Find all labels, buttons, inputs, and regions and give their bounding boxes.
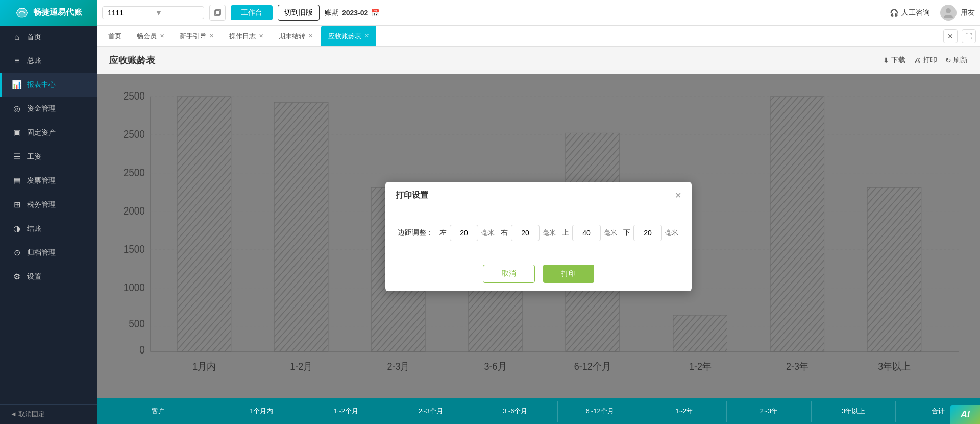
settlement-icon: ◑ <box>12 224 22 233</box>
archive-icon: ⊙ <box>12 248 22 257</box>
table-col-2month: 1~2个月 <box>304 401 389 422</box>
left-margin-input[interactable] <box>450 225 478 241</box>
left-unit: 毫米 <box>481 228 495 238</box>
margin-label: 边距调整： <box>398 228 433 238</box>
top-unit: 毫米 <box>604 228 617 238</box>
tab-guide[interactable]: 新手引导 ✕ <box>173 26 221 46</box>
tax-icon: ⊞ <box>12 200 22 209</box>
sidebar-collapse-button[interactable]: ◄ 取消固定 <box>0 404 97 424</box>
bottom-margin-input[interactable] <box>633 225 662 241</box>
print-button[interactable]: 🖨 打印 <box>914 56 937 65</box>
user-area[interactable]: 用友 <box>940 5 975 21</box>
avatar <box>940 5 957 21</box>
close-icon[interactable]: ✕ <box>364 33 369 39</box>
left-label: 左 <box>439 228 447 238</box>
invoice-icon: ▤ <box>12 176 22 185</box>
consultation-area[interactable]: 🎧 人工咨询 <box>890 8 930 17</box>
calendar-icon[interactable]: 📅 <box>371 9 380 17</box>
table-col-3month: 2~3个月 <box>388 401 473 422</box>
logo-icon <box>15 6 29 20</box>
refresh-button[interactable]: ↻ 刷新 <box>945 56 968 65</box>
tab-actions: ✕ ⛶ <box>943 29 976 43</box>
page-header: 应收账龄表 ⬇ 下载 🖨 打印 ↻ 刷新 <box>97 47 980 74</box>
sidebar-item-invoice[interactable]: ▤ 发票管理 <box>0 169 97 193</box>
ledger-icon: ≡ <box>12 56 22 65</box>
sidebar-item-assets[interactable]: ▣ 固定资产 <box>0 121 97 145</box>
home-icon: ⌂ <box>12 33 22 42</box>
tab-log[interactable]: 操作日志 ✕ <box>222 26 271 46</box>
company-selector[interactable]: 1111 ▼ <box>102 6 204 19</box>
close-icon[interactable]: ✕ <box>209 33 214 39</box>
ai-badge[interactable]: Ai <box>950 405 980 424</box>
top-label: 上 <box>562 228 569 238</box>
sidebar-item-archive[interactable]: ⊙ 归档管理 <box>0 241 97 265</box>
modal-title: 打印设置 <box>396 190 428 201</box>
modal-overlay: 打印设置 ✕ 边距调整： 左 毫米 <box>97 74 980 398</box>
tab-period-end[interactable]: 期末结转 ✕ <box>272 26 320 46</box>
modal-close-button[interactable]: ✕ <box>675 191 681 200</box>
table-col-1month: 1个月内 <box>219 401 304 422</box>
page-actions: ⬇ 下载 🖨 打印 ↻ 刷新 <box>883 56 968 65</box>
modal-header: 打印设置 ✕ <box>385 182 692 209</box>
sidebar: ⌂ 首页 ≡ 总账 📊 报表中心 ◎ 资金管理 ▣ 固定资产 ☰ 工资 ▤ 发票… <box>0 26 97 424</box>
tab-bar: 首页 畅会员 ✕ 新手引导 ✕ 操作日志 ✕ 期末结转 ✕ 应收账龄表 ✕ <box>97 26 980 47</box>
bottom-label: 下 <box>623 228 630 238</box>
modal-footer: 取消 打印 <box>385 256 692 291</box>
top-margin-input[interactable] <box>572 225 601 241</box>
download-button[interactable]: ⬇ 下载 <box>883 56 905 65</box>
table-col-12month: 6~12个月 <box>558 401 643 422</box>
left-margin-group: 左 毫米 <box>439 225 495 241</box>
tab-home[interactable]: 首页 <box>101 26 129 46</box>
table-col-customer: 客户 <box>97 401 219 422</box>
payroll-icon: ☰ <box>12 152 22 161</box>
copy-button[interactable] <box>209 5 226 21</box>
sidebar-item-reports[interactable]: 📊 报表中心 <box>0 73 97 97</box>
assets-icon: ▣ <box>12 128 22 137</box>
table-col-3year: 3年以上 <box>812 401 896 422</box>
sidebar-item-ledger[interactable]: ≡ 总账 <box>0 49 97 73</box>
right-margin-group: 右 毫米 <box>501 225 556 241</box>
content-area: 首页 畅会员 ✕ 新手引导 ✕ 操作日志 ✕ 期末结转 ✕ 应收账龄表 ✕ <box>97 26 980 424</box>
headset-icon: 🎧 <box>890 9 898 17</box>
confirm-print-button[interactable]: 打印 <box>543 265 594 283</box>
main-layout: ⌂ 首页 ≡ 总账 📊 报表中心 ◎ 资金管理 ▣ 固定资产 ☰ 工资 ▤ 发票… <box>0 26 980 424</box>
close-window-button[interactable]: ✕ <box>943 29 958 43</box>
workbench-button[interactable]: 工作台 <box>231 5 273 20</box>
top-header: 畅捷通易代账 1111 ▼ 工作台 切到旧版 账期 2023-02 📅 🎧 人工… <box>0 0 980 26</box>
page-title: 应收账龄表 <box>109 54 883 66</box>
cancel-button[interactable]: 取消 <box>483 265 535 283</box>
sidebar-item-tax[interactable]: ⊞ 税务管理 <box>0 193 97 217</box>
right-unit: 毫米 <box>543 228 556 238</box>
header-right: 🎧 人工咨询 用友 <box>890 5 975 21</box>
print-settings-modal: 打印设置 ✕ 边距调整： 左 毫米 <box>385 182 692 291</box>
svg-point-2 <box>946 8 951 13</box>
maximize-button[interactable]: ⛶ <box>962 29 976 43</box>
sidebar-item-settings[interactable]: ⚙ 设置 <box>0 265 97 289</box>
switch-version-button[interactable]: 切到旧版 <box>278 5 320 21</box>
close-icon[interactable]: ✕ <box>259 33 263 39</box>
tab-member[interactable]: 畅会员 ✕ <box>130 26 172 46</box>
sidebar-item-home[interactable]: ⌂ 首页 <box>0 26 97 49</box>
funds-icon: ◎ <box>12 104 22 113</box>
sidebar-item-funds[interactable]: ◎ 资金管理 <box>0 97 97 121</box>
refresh-icon: ↻ <box>945 56 951 64</box>
right-label: 右 <box>501 228 508 238</box>
close-icon[interactable]: ✕ <box>308 33 313 39</box>
tab-aging[interactable]: 应收账龄表 ✕ <box>321 26 376 46</box>
logo-area: 畅捷通易代账 <box>0 0 97 26</box>
print-icon: 🖨 <box>914 56 921 64</box>
bottom-margin-group: 下 毫米 <box>623 225 678 241</box>
sidebar-item-payroll[interactable]: ☰ 工资 <box>0 145 97 169</box>
copy-icon <box>213 9 222 17</box>
chevron-down-icon: ▼ <box>155 9 199 17</box>
period-area: 账期 2023-02 📅 <box>325 8 380 17</box>
close-icon[interactable]: ✕ <box>160 33 164 39</box>
bottom-table-header: 客户 1个月内 1~2个月 2~3个月 3~6个月 6~12个月 1~2年 2~… <box>97 398 980 424</box>
sidebar-item-settlement[interactable]: ◑ 结账 <box>0 217 97 241</box>
reports-icon: 📊 <box>12 80 22 89</box>
right-margin-input[interactable] <box>511 225 540 241</box>
table-col-2year: 2~3年 <box>727 401 812 422</box>
settings-icon: ⚙ <box>12 272 22 281</box>
table-col-6month: 3~6个月 <box>473 401 558 422</box>
bottom-unit: 毫米 <box>665 228 678 238</box>
